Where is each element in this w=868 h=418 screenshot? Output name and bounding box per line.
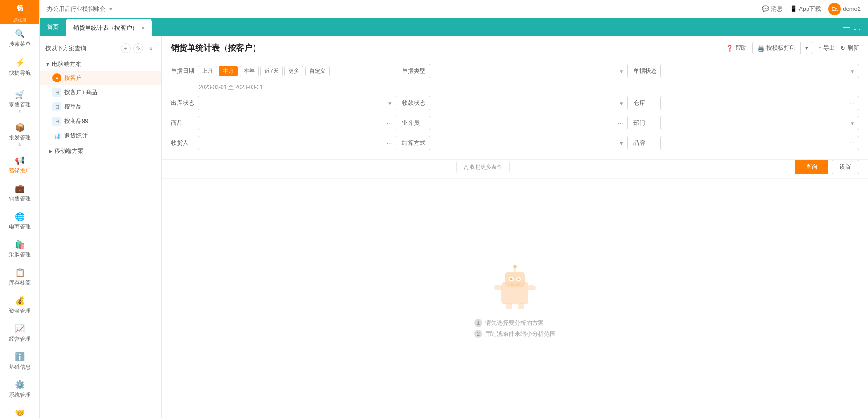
sidebar-item-cooperation[interactable]: 🤝 企业协同 <box>0 404 40 418</box>
collection-status-input[interactable]: ▾ <box>429 96 627 110</box>
collapse-btn[interactable]: ⋀ 收起更多条件 <box>456 161 510 173</box>
custom-date-btn[interactable]: 自定义 <box>305 66 330 76</box>
left-panel-header-icons: + ✎ « <box>121 43 156 53</box>
goods-dots-icon: ··· <box>387 120 392 127</box>
goods-input[interactable]: ··· <box>198 116 396 130</box>
by-goods-icon: ⊞ <box>52 102 61 111</box>
tab-bar-right: — ⛶ <box>843 23 868 31</box>
ecommerce-icon: 🌐 <box>15 212 25 222</box>
settings-btn[interactable]: 设置 <box>832 160 859 174</box>
sidebar-item-shortcut[interactable]: ⚡ 快捷导航 <box>0 53 40 81</box>
edit-scheme-btn[interactable]: ✎ <box>133 43 143 53</box>
by-goods99-icon: ⊞ <box>52 117 61 126</box>
export-btn[interactable]: ↑ 导出 <box>819 44 835 52</box>
sidebar-item-purchase-label: 采购管理 <box>9 251 31 259</box>
mobile-scheme-group: ▶ 移动端方案 <box>40 145 161 157</box>
order-type-input[interactable]: ▾ <box>429 64 627 78</box>
this-month-btn[interactable]: 本月 <box>219 66 238 76</box>
department-input[interactable]: ▾ <box>660 116 859 130</box>
empty-svg <box>488 259 542 314</box>
scheme-item-by-customer-goods[interactable]: ⊞ 按客户+商品 <box>40 85 161 100</box>
page-header-actions: ❓ 帮助 🖨️ 按模板打印 ▾ ↑ 导出 <box>726 42 859 54</box>
scheme-item-return-stats-label: 退货统计 <box>64 132 88 140</box>
query-btn[interactable]: 查询 <box>795 160 828 174</box>
tab-home-label: 首页 <box>47 23 59 31</box>
company-name: 办公用品行业模拟账套 <box>47 5 106 13</box>
out-status-input[interactable]: ▾ <box>198 96 396 110</box>
filter-warehouse-cell: 仓库 ··· <box>633 96 859 110</box>
messages-btn[interactable]: 💬 消息 <box>762 5 783 13</box>
add-scheme-btn[interactable]: + <box>121 43 131 53</box>
order-status-arrow-icon: ▾ <box>851 68 854 75</box>
mobile-scheme-group-header[interactable]: ▶ 移动端方案 <box>40 145 161 157</box>
sidebar-item-finance[interactable]: 💰 资金管理 <box>0 291 40 319</box>
tab-bar: 首页 销货单统计表（按客户） × — ⛶ <box>40 18 868 36</box>
sidebar-item-purchase[interactable]: 🛍️ 采购管理 <box>0 235 40 263</box>
print-label: 按模板打印 <box>766 44 796 52</box>
company-dropdown-icon[interactable]: ▾ <box>109 5 113 12</box>
collection-status-arrow-icon: ▾ <box>620 100 623 107</box>
desktop-scheme-group-header[interactable]: ▼ 电脑端方案 <box>40 58 161 71</box>
this-year-btn[interactable]: 本年 <box>240 66 259 76</box>
empty-state: 1 请先选择要分析的方案 2 用过滤条件来缩小分析范围 <box>162 179 868 418</box>
sidebar-item-retail[interactable]: 🛒 零售管理 ▼ <box>0 85 40 118</box>
brand-input[interactable]: ··· <box>660 136 859 150</box>
sidebar-item-marketing[interactable]: 📢 营销推广 <box>0 151 40 179</box>
date-range-text: 2023-03-01 至 2023-03-31 <box>199 84 263 90</box>
tab-close-btn[interactable]: × <box>142 25 145 31</box>
filter-area: 单据日期 上月 本月 本年 近7天 更多 自定义 <box>162 58 868 160</box>
sidebar-item-sales[interactable]: 💼 销售管理 <box>0 179 40 207</box>
sidebar-item-ecommerce[interactable]: 🌐 电商管理 <box>0 207 40 235</box>
print-btn[interactable]: 🖨️ 按模板打印 <box>753 42 801 54</box>
collection-status-label: 收款状态 <box>402 99 429 107</box>
department-arrow-icon: ▾ <box>851 120 854 127</box>
warehouse-more-icon: ··· <box>848 99 854 107</box>
more-date-btn[interactable]: 更多 <box>284 66 303 76</box>
refresh-btn[interactable]: ↻ 刷新 <box>840 44 859 52</box>
sidebar-item-basic[interactable]: ℹ️ 基础信息 <box>0 347 40 375</box>
last7days-btn[interactable]: 近7天 <box>260 66 283 76</box>
tab-maximize-btn[interactable]: ⛶ <box>854 23 861 31</box>
svg-rect-10 <box>494 285 502 290</box>
app-download-icon: 📱 <box>790 5 797 12</box>
settlement-input[interactable]: ▾ <box>429 136 627 150</box>
logo[interactable]: 畅 标账版 <box>0 0 40 24</box>
salesperson-input[interactable]: ··· <box>429 116 627 130</box>
sidebar-item-system[interactable]: ⚙️ 系统管理 <box>0 375 40 404</box>
logo-icon: 畅 <box>12 0 28 16</box>
help-btn[interactable]: ❓ 帮助 <box>726 44 747 52</box>
tab-home[interactable]: 首页 <box>40 18 66 36</box>
finance-icon: 💰 <box>15 296 25 306</box>
print-dropdown-btn[interactable]: ▾ <box>801 43 813 53</box>
user-menu[interactable]: Ea demo2 <box>828 3 861 15</box>
mobile-group-arrow: ▶ <box>49 148 52 154</box>
order-status-input[interactable]: ▾ <box>660 64 859 78</box>
last-month-btn[interactable]: 上月 <box>198 66 217 76</box>
tab-sales-report[interactable]: 销货单统计表（按客户） × <box>66 19 152 37</box>
scheme-item-by-customer[interactable]: ● 按客户 <box>40 71 161 85</box>
salesperson-label: 业务员 <box>402 119 429 127</box>
scheme-item-return-stats[interactable]: 📊 退货统计 <box>40 128 161 143</box>
sidebar-item-search-label: 搜索菜单 <box>9 40 31 48</box>
sidebar-item-operations[interactable]: 📈 经营管理 <box>0 319 40 347</box>
consignee-input[interactable]: ··· <box>198 136 396 150</box>
user-avatar-text: Ea <box>832 6 838 12</box>
help-icon: ❓ <box>726 45 733 52</box>
brand-more-icon: ··· <box>848 139 854 147</box>
tab-minimize-btn[interactable]: — <box>843 23 850 31</box>
export-label: 导出 <box>823 44 835 52</box>
app-download-btn[interactable]: 📱 App下载 <box>790 5 821 13</box>
sidebar-item-operations-label: 经营管理 <box>9 335 31 343</box>
warehouse-input[interactable]: ··· <box>660 96 859 110</box>
scheme-item-by-goods-label: 按商品 <box>64 103 82 111</box>
collapse-panel-btn[interactable]: « <box>146 43 156 53</box>
scheme-item-by-goods[interactable]: ⊞ 按商品 <box>40 100 161 114</box>
svg-rect-12 <box>506 303 512 309</box>
help-label: 帮助 <box>735 44 747 52</box>
wholesale-expand-icon: ▲ <box>18 142 22 147</box>
sidebar-item-wholesale[interactable]: 📦 批发管理 ▲ <box>0 118 40 151</box>
sidebar-item-search[interactable]: 🔍 搜索菜单 <box>0 24 40 53</box>
scheme-item-by-goods99[interactable]: ⊞ 按商品99 <box>40 114 161 128</box>
sidebar-item-inventory[interactable]: 📋 库存核算 <box>0 263 40 291</box>
filter-row-3: 商品 ··· 业务员 ··· 部门 ▾ <box>171 116 859 130</box>
